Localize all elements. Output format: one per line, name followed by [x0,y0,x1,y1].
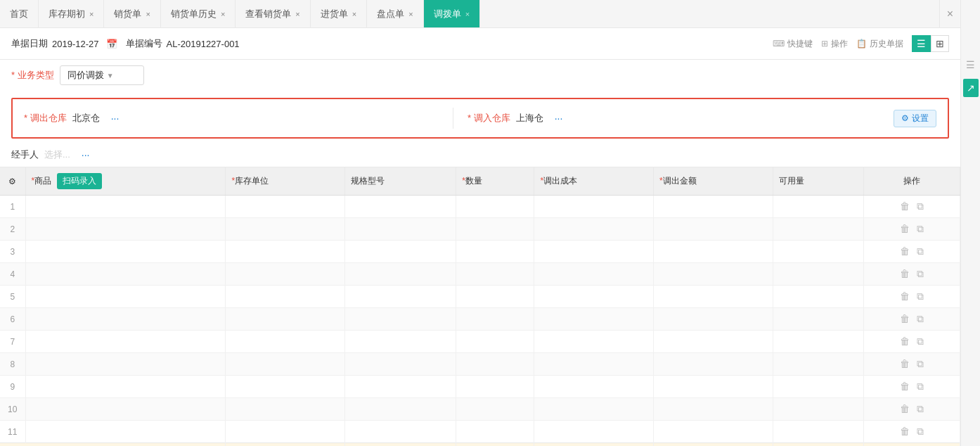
cell-product[interactable] [25,286,226,308]
cell-amount[interactable] [654,421,773,443]
shortcut-action[interactable]: ⌨ 快捷键 [773,38,813,50]
copy-row-icon[interactable]: ⧉ [917,313,924,324]
view-grid-button[interactable]: ⊞ [931,35,949,52]
cell-unit[interactable] [226,376,345,398]
cell-qty[interactable] [456,353,534,376]
cell-available[interactable] [773,308,863,331]
cell-unit[interactable] [226,218,345,241]
cell-cost[interactable] [534,241,654,263]
cell-amount[interactable] [654,331,773,353]
warehouse-settings-button[interactable]: ⚙ 设置 [894,110,936,127]
cell-cost[interactable] [534,353,654,376]
tab-inventory-init[interactable]: 库存期初 × [39,0,104,27]
cell-cost[interactable] [534,331,654,353]
close-tab-transfer[interactable]: × [465,10,470,18]
cell-product[interactable] [25,331,226,353]
cell-spec[interactable] [345,196,456,218]
tab-transfer[interactable]: 调拨单 × [424,0,480,27]
cell-unit[interactable] [226,196,345,218]
cell-unit[interactable] [226,331,345,353]
cell-qty[interactable] [456,196,534,218]
close-tab-inventory-check[interactable]: × [408,10,413,18]
cell-available[interactable] [773,241,863,263]
copy-row-icon[interactable]: ⧉ [917,381,924,392]
copy-row-icon[interactable]: ⧉ [917,268,924,279]
cell-product[interactable] [25,308,226,331]
operate-action[interactable]: ⊞ 操作 [821,38,848,50]
copy-row-icon[interactable]: ⧉ [917,336,924,347]
table-settings-col[interactable]: ⚙ [0,167,25,196]
scan-button[interactable]: 扫码录入 [57,173,102,189]
cell-unit[interactable] [226,286,345,308]
cell-product[interactable] [25,421,226,443]
cell-amount[interactable] [654,398,773,421]
view-list-button[interactable]: ☰ [912,35,931,52]
close-tab-inventory-init[interactable]: × [89,10,94,18]
cell-cost[interactable] [534,398,654,421]
business-type-select[interactable]: 同价调拨 ▼ [60,65,144,85]
cell-available[interactable] [773,218,863,241]
close-tab-view-sales[interactable]: × [295,10,299,18]
cell-product[interactable] [25,196,226,218]
copy-row-icon[interactable]: ⧉ [917,358,924,369]
delete-row-icon[interactable]: 🗑 [900,313,910,324]
cell-cost[interactable] [534,196,654,218]
cell-product[interactable] [25,376,226,398]
cell-amount[interactable] [654,286,773,308]
cell-available[interactable] [773,376,863,398]
cell-product[interactable] [25,263,226,286]
cell-product[interactable] [25,353,226,376]
tab-inventory-check[interactable]: 盘点单 × [367,0,423,27]
cell-cost[interactable] [534,286,654,308]
cell-unit[interactable] [226,308,345,331]
delete-row-icon[interactable]: 🗑 [900,291,910,302]
close-all-tabs[interactable]: × [939,0,960,27]
cell-available[interactable] [773,398,863,421]
warehouse-in-more[interactable]: ··· [555,113,563,124]
cell-cost[interactable] [534,218,654,241]
cell-spec[interactable] [345,353,456,376]
copy-row-icon[interactable]: ⧉ [917,246,924,257]
copy-row-icon[interactable]: ⧉ [917,200,924,212]
cell-qty[interactable] [456,331,534,353]
cell-unit[interactable] [226,263,345,286]
delete-row-icon[interactable]: 🗑 [900,403,910,414]
delete-row-icon[interactable]: 🗑 [900,268,910,279]
handler-more[interactable]: ··· [82,149,90,160]
cell-qty[interactable] [456,263,534,286]
cell-product[interactable] [25,218,226,241]
cell-available[interactable] [773,331,863,353]
cell-amount[interactable] [654,263,773,286]
cell-cost[interactable] [534,421,654,443]
cell-spec[interactable] [345,286,456,308]
cell-qty[interactable] [456,421,534,443]
delete-row-icon[interactable]: 🗑 [900,246,910,257]
cell-amount[interactable] [654,196,773,218]
cell-available[interactable] [773,263,863,286]
copy-row-icon[interactable]: ⧉ [917,426,924,437]
cell-spec[interactable] [345,398,456,421]
handler-select[interactable]: 选择... [44,148,70,161]
cell-available[interactable] [773,353,863,376]
cell-qty[interactable] [456,308,534,331]
cell-amount[interactable] [654,376,773,398]
cell-unit[interactable] [226,398,345,421]
cell-cost[interactable] [534,263,654,286]
cell-qty[interactable] [456,398,534,421]
copy-row-icon[interactable]: ⧉ [917,403,924,414]
cell-available[interactable] [773,196,863,218]
cell-spec[interactable] [345,331,456,353]
copy-row-icon[interactable]: ⧉ [917,223,924,234]
cell-amount[interactable] [654,308,773,331]
sidebar-export-icon[interactable]: ↗ [963,79,979,97]
cell-qty[interactable] [456,218,534,241]
history-action[interactable]: 📋 历史单据 [856,38,903,50]
delete-row-icon[interactable]: 🗑 [900,426,910,437]
close-tab-sales-history[interactable]: × [221,10,225,18]
tab-sales-history[interactable]: 销货单历史 × [161,0,236,27]
tab-sales-order[interactable]: 销货单 × [104,0,160,27]
cell-spec[interactable] [345,263,456,286]
tab-view-sales[interactable]: 查看销货单 × [236,0,310,27]
delete-row-icon[interactable]: 🗑 [900,200,910,212]
copy-row-icon[interactable]: ⧉ [917,291,924,302]
